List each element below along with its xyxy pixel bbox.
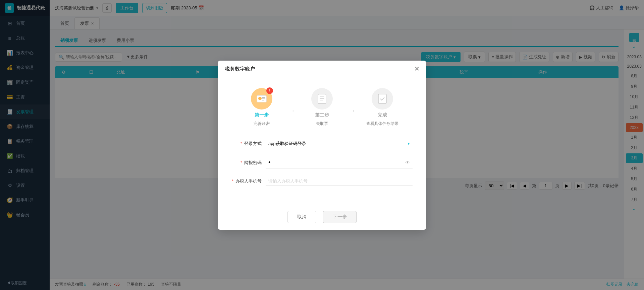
login-method-value: app获取验证码登录 xyxy=(268,141,306,147)
dialog-footer: 取消 下一步 xyxy=(218,204,426,230)
login-method-row: * 登录方式 app获取验证码登录 ▾ xyxy=(231,139,413,149)
dialog-body: ! 第一步 完善账密 → xyxy=(218,78,426,204)
phone-label: * 办税人手机号 xyxy=(231,178,262,184)
step2-label: 第二步 xyxy=(315,112,329,118)
step2-sublabel: 去取票 xyxy=(316,121,328,127)
step3-sublabel: 查看具体任务结果 xyxy=(366,121,398,127)
password-row: * 网报密码 👁 xyxy=(231,157,413,168)
step-2: 第二步 去取票 xyxy=(302,88,342,127)
password-toggle-icon[interactable]: 👁 xyxy=(405,160,410,165)
step2-icon-wrap xyxy=(311,88,333,110)
password-input[interactable] xyxy=(268,159,405,166)
login-method-select[interactable]: app获取验证码登录 ▾ xyxy=(266,139,413,149)
step-arrow-1: → xyxy=(282,100,302,115)
svg-rect-9 xyxy=(378,94,386,103)
next-button[interactable]: 下一步 xyxy=(323,211,357,223)
dialog-header: 税务数字账户 ✕ xyxy=(218,61,426,78)
step1-sublabel: 完善账密 xyxy=(254,121,270,127)
step1-badge: ! xyxy=(266,87,273,94)
password-label: * 网报密码 xyxy=(231,160,262,166)
step3-label: 完成 xyxy=(378,112,387,118)
step1-label: 第一步 xyxy=(255,112,269,118)
phone-row: * 办税人手机号 xyxy=(231,176,413,186)
step1-icon-wrap: ! xyxy=(251,88,272,110)
dialog-title: 税务数字账户 xyxy=(225,66,255,72)
login-method-label: * 登录方式 xyxy=(231,141,262,147)
dialog-overlay[interactable]: 税务数字账户 ✕ ! xyxy=(0,0,644,290)
dialog-close-icon[interactable]: ✕ xyxy=(414,66,419,72)
step-1: ! 第一步 完善账密 xyxy=(241,88,282,127)
step-3: 完成 查看具体任务结果 xyxy=(362,88,402,127)
password-field-wrap: 👁 xyxy=(266,157,413,168)
chevron-down-icon: ▾ xyxy=(408,141,410,146)
step-arrow-2: → xyxy=(342,100,362,115)
step3-icon xyxy=(376,93,388,105)
tax-digital-dialog: 税务数字账户 ✕ ! xyxy=(218,61,426,230)
svg-rect-5 xyxy=(318,94,326,103)
svg-point-1 xyxy=(258,97,262,100)
steps-indicator: ! 第一步 完善账密 → xyxy=(231,88,413,127)
step3-icon-wrap xyxy=(372,88,393,110)
step2-icon xyxy=(316,93,328,105)
step1-icon xyxy=(256,93,268,105)
phone-input[interactable] xyxy=(266,176,413,186)
cancel-button[interactable]: 取消 xyxy=(287,211,316,223)
